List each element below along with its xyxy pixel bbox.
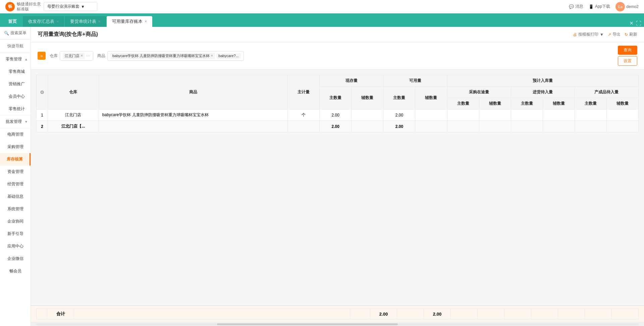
col-avail-main: 主数量	[383, 87, 415, 109]
footer-purchase-main	[478, 309, 504, 319]
col-incoming-aux: 辅数量	[543, 98, 575, 109]
avatar: Ea	[615, 2, 625, 11]
tab-stock[interactable]: 可用量库存账本 ×	[107, 16, 152, 27]
col-purchase-transit-main: 主数量	[447, 98, 479, 109]
tab-receive[interactable]: 收发存汇总表 ×	[23, 16, 64, 27]
table-row: 2 江北门店【... 2.00 2.00	[37, 121, 639, 132]
print-button[interactable]: 🖨 按模板打印 ▼	[573, 32, 604, 37]
data-table: ⚙ 仓库 商品 主计量 现存量 可用量 预计入库量 主数量 辅数量 主数量 辅数…	[36, 75, 639, 132]
close-tab-order[interactable]: ×	[98, 19, 101, 24]
export-icon: ↗	[608, 32, 611, 37]
sidebar-item-retail[interactable]: 零售管理 ▲	[0, 53, 31, 65]
footer-incoming-aux	[558, 309, 585, 319]
sidebar-item-retail-stats[interactable]: 零售统计	[0, 103, 31, 115]
filter-bar: » 仓库 江北门店 × ··· 商品 babycare学饮杯 儿童防摔防撞吸管杯…	[31, 42, 644, 69]
sidebar-search[interactable]: 🔍 搜索菜单	[0, 27, 31, 40]
sidebar-item-operations[interactable]: 经营管理	[0, 178, 31, 190]
col-warehouse: 仓库	[48, 75, 99, 109]
user-action[interactable]: Ea demo2	[615, 2, 639, 11]
cell-purchase-aux	[479, 109, 511, 121]
col-incoming-main: 主数量	[511, 98, 543, 109]
chevron-down-icon: ▼	[600, 32, 604, 37]
close-all-icon[interactable]: ×	[630, 20, 633, 27]
settings-button[interactable]: 设置	[618, 56, 637, 66]
cell-finished-aux	[606, 109, 638, 121]
cell-current-aux-subtotal	[352, 121, 383, 132]
store-selector[interactable]: 母婴行业演示账套 ▼	[44, 2, 97, 11]
cell-finished-main	[575, 109, 606, 121]
filter-expand-button[interactable]: »	[38, 52, 46, 60]
sidebar-item-member2[interactable]: 畅会员	[0, 265, 31, 277]
warehouse-tag: 江北门店 ×	[63, 53, 85, 59]
sidebar-item-wholesale[interactable]: 批发管理 ▼	[0, 115, 31, 128]
page-header: 可用量查询(按仓库+商品) 🖨 按模板打印 ▼ ↗ 导出 ↻ 刷新	[31, 27, 644, 42]
footer-table: 合计 2.00 2.00	[36, 309, 639, 319]
sidebar-item-enterprise[interactable]: 企业协同	[0, 215, 31, 228]
message-icon: 💬	[569, 4, 574, 9]
sidebar-item-member[interactable]: 会员中心	[0, 90, 31, 103]
cell-purchase-aux-subtotal	[479, 121, 511, 132]
tab-order[interactable]: 要货单统计表 ×	[65, 16, 106, 27]
footer-avail-main: 2.00	[424, 309, 451, 319]
remove-warehouse-tag[interactable]: ×	[80, 53, 83, 58]
sidebar-item-marketing[interactable]: 营销推广	[0, 78, 31, 90]
tab-home[interactable]: 首页	[3, 16, 22, 27]
cell-warehouse: 江北门店	[48, 109, 99, 121]
col-current-aux: 辅数量	[352, 87, 383, 109]
toggle-wholesale: ▼	[24, 120, 28, 124]
table-row: 1 江北门店 babycare学饮杯 儿童防摔防撞吸管杯重力球吸嘴杯宝宝水杯 个…	[37, 109, 639, 121]
cell-finished-aux-subtotal	[606, 121, 638, 132]
sidebar-item-purchase[interactable]: 采购管理	[0, 141, 31, 153]
cell-current-main-subtotal: 2.00	[320, 121, 352, 132]
col-avail-aux: 辅数量	[415, 87, 447, 109]
col-finished-aux: 辅数量	[606, 98, 638, 109]
cell-finished-main-subtotal	[575, 121, 606, 132]
footer-product-spacer	[74, 309, 350, 319]
footer-avail-aux	[451, 309, 478, 319]
cell-incoming-main-subtotal	[511, 121, 543, 132]
sidebar-item-finance[interactable]: 资金管理	[0, 166, 31, 178]
scroll-track[interactable]	[36, 323, 639, 325]
cell-avail-aux	[415, 109, 447, 121]
sidebar-item-inventory[interactable]: 库存核算	[0, 153, 31, 166]
sidebar-section-retail: 零售管理 ▲ 零售商城 营销推广 会员中心 零售统计	[0, 53, 31, 115]
warehouse-input[interactable]: 江北门店 × ···	[60, 51, 93, 61]
product-tag-2: babycare?...	[216, 53, 241, 58]
app-icon: 📱	[589, 4, 594, 9]
app-logo: 畅	[5, 2, 15, 11]
sidebar-item-ecommerce[interactable]: 电商管理	[0, 128, 31, 141]
sidebar-item-wechat[interactable]: 企业微信	[0, 252, 31, 265]
close-tab-stock[interactable]: ×	[145, 19, 147, 24]
sidebar-item-retail-mall[interactable]: 零售商城	[0, 65, 31, 78]
product-tag-1: babycare学饮杯 儿童防摔防撞吸管杯重力球吸嘴杯宝宝水杯 ×	[110, 53, 215, 59]
sidebar-nav-shortcut[interactable]: 快捷导航	[0, 40, 31, 53]
scroll-thumb[interactable]	[217, 323, 398, 325]
sidebar-item-basic[interactable]: 基础信息	[0, 190, 31, 203]
warehouse-ellipsis: ···	[86, 53, 90, 58]
footer-purchase-aux	[504, 309, 531, 319]
export-button[interactable]: ↗ 导出	[608, 32, 621, 37]
col-current-stock: 现存量	[320, 75, 383, 87]
top-bar-right: 💬 消息 📱 App下载 Ea demo2	[569, 2, 639, 11]
app-download-action[interactable]: 📱 App下载	[589, 4, 610, 9]
product-input[interactable]: babycare学饮杯 儿童防摔防撞吸管杯重力球吸嘴杯宝宝水杯 × babyca…	[107, 51, 244, 61]
expand-icon[interactable]: ⛶	[636, 20, 641, 27]
sidebar-item-appstore[interactable]: 应用中心	[0, 240, 31, 252]
refresh-button[interactable]: ↻ 刷新	[625, 32, 637, 37]
table-area: ⚙ 仓库 商品 主计量 现存量 可用量 预计入库量 主数量 辅数量 主数量 辅数…	[31, 69, 644, 305]
search-icon: 🔍	[4, 31, 9, 36]
sidebar-item-newbie[interactable]: 新手引导	[0, 228, 31, 240]
cell-unit-subtotal	[288, 121, 320, 132]
query-button[interactable]: 查询	[618, 46, 637, 55]
sidebar-item-system[interactable]: 系统管理	[0, 203, 31, 215]
remove-product-tag-1[interactable]: ×	[211, 53, 213, 58]
close-tab-receive[interactable]: ×	[56, 19, 59, 24]
table-footer: 合计 2.00 2.00	[31, 305, 644, 322]
col-settings: ⚙	[37, 75, 48, 109]
top-bar-left: 畅 畅捷通好生意 标准版 母婴行业演示账套 ▼	[5, 2, 97, 11]
message-action[interactable]: 💬 消息	[569, 4, 583, 9]
sidebar: 🔍 搜索菜单 快捷导航 零售管理 ▲ 零售商城 营销推广 会员中心 零售统计	[0, 27, 31, 326]
cell-unit: 个	[288, 109, 320, 121]
col-finished-main: 主数量	[575, 98, 606, 109]
table-settings-icon[interactable]: ⚙	[40, 90, 44, 95]
